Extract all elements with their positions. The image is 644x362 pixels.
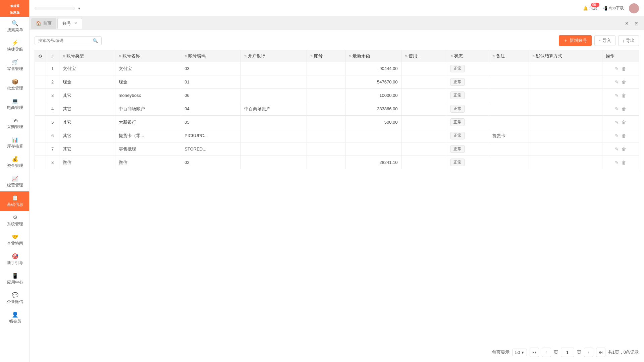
tab-account[interactable]: 账号 ✕	[57, 18, 82, 29]
col-code-label: 账号编码	[188, 53, 206, 58]
row-settings-cell	[35, 116, 46, 129]
sidebar-item-inventory[interactable]: 📊 库存核算	[0, 133, 29, 153]
row-actions-cell: ✎ 🗑	[602, 75, 639, 89]
next-page-button[interactable]: ›	[584, 348, 593, 357]
first-page-button[interactable]: ⏮	[530, 348, 539, 357]
col-default-payment[interactable]: ⇅默认结算方式	[529, 50, 602, 62]
delete-button[interactable]: 🗑	[622, 79, 626, 85]
col-bank-label: 开户银行	[248, 53, 265, 58]
delete-button[interactable]: 🗑	[622, 120, 626, 125]
row-default-payment-cell	[529, 62, 602, 75]
sidebar-item-guide[interactable]: 🎯 新手引导	[0, 250, 29, 269]
col-notes[interactable]: ⇅备注	[489, 50, 529, 62]
tab-maximize-button[interactable]: ⊡	[633, 19, 641, 27]
row-usage-cell	[401, 89, 447, 102]
settings-icon[interactable]: ⚙	[38, 54, 42, 59]
edit-button[interactable]: ✎	[615, 146, 619, 152]
per-page-select[interactable]: 50 ▾	[512, 349, 527, 356]
row-code-cell: 03	[181, 62, 241, 75]
status-badge: 正常	[450, 145, 465, 153]
edit-button[interactable]: ✎	[615, 66, 619, 71]
row-actions-cell: ✎ 🗑	[602, 129, 639, 142]
header-left: ▾	[35, 6, 80, 11]
sidebar-item-wechat[interactable]: 💬 企业微信	[0, 289, 29, 308]
new-account-button[interactable]: ＋ 新增账号	[559, 35, 592, 46]
tab-home[interactable]: 🏠 首页	[31, 18, 56, 29]
sidebar-item-capital[interactable]: 💰 资金管理	[0, 153, 29, 172]
last-page-button[interactable]: ⏭	[596, 348, 605, 357]
row-bank-cell	[241, 116, 307, 129]
row-name-cell: 微信	[115, 156, 181, 169]
per-page-label: 每页显示	[492, 349, 509, 355]
delete-button[interactable]: 🗑	[622, 93, 626, 98]
edit-button[interactable]: ✎	[615, 120, 619, 125]
status-badge: 正常	[450, 132, 465, 139]
sidebar-item-app-center[interactable]: 📱 应用中心	[0, 269, 29, 289]
sidebar-item-member[interactable]: 👤 畅会员	[0, 308, 29, 327]
user-avatar[interactable]	[629, 3, 639, 13]
sidebar-item-basic[interactable]: 📋 基础信息	[0, 191, 29, 211]
search-box[interactable]: 🔍	[35, 36, 102, 45]
row-status-cell: 正常	[447, 116, 489, 129]
sidebar-item-search[interactable]: 🔍 搜索菜单	[0, 17, 29, 36]
delete-button[interactable]: 🗑	[622, 66, 626, 71]
col-usage[interactable]: ⇅使用...	[401, 50, 447, 62]
export-label: 导出	[626, 38, 635, 44]
sidebar-item-wholesale[interactable]: 📦 批发管理	[0, 75, 29, 95]
row-notes-cell	[489, 156, 529, 169]
row-default-payment-cell	[529, 129, 602, 142]
row-usage-cell	[401, 129, 447, 142]
sidebar-item-retail[interactable]: 🛒 零售管理	[0, 56, 29, 75]
row-type-cell: 现金	[59, 75, 115, 89]
sidebar-item-ecommerce[interactable]: 💻 电商管理	[0, 95, 29, 114]
app-download-button[interactable]: 📲 App下载	[602, 5, 624, 11]
sidebar-item-purchase[interactable]: 🛍 采购管理	[0, 114, 29, 133]
col-actions: 操作	[602, 50, 639, 62]
tab-account-close[interactable]: ✕	[74, 21, 77, 25]
sidebar-item-label: 企业协同	[7, 241, 23, 246]
row-num-cell: 2	[46, 75, 59, 89]
delete-button[interactable]: 🗑	[622, 106, 626, 112]
delete-button[interactable]: 🗑	[622, 133, 626, 138]
delete-button[interactable]: 🗑	[622, 146, 626, 152]
notification-button[interactable]: 🔔 消息 99+	[583, 5, 597, 11]
edit-button[interactable]: ✎	[615, 93, 619, 98]
operations-icon: 📈	[12, 175, 18, 182]
row-name-cell: 中百商场账户	[115, 102, 181, 116]
row-settings-cell	[35, 129, 46, 142]
sidebar-item-shortcut[interactable]: ⚡ 快捷导航	[0, 36, 29, 56]
col-status[interactable]: ⇅状态	[447, 50, 489, 62]
import-button[interactable]: ↑ 导入	[594, 35, 615, 46]
edit-button[interactable]: ✎	[615, 133, 619, 138]
inventory-icon: 📊	[12, 136, 18, 143]
col-type[interactable]: ⇅账号类型	[59, 50, 115, 62]
col-balance[interactable]: ⇅最新余额	[345, 50, 401, 62]
edit-button[interactable]: ✎	[615, 160, 619, 165]
prev-page-button[interactable]: ‹	[542, 348, 551, 357]
search-input[interactable]	[38, 38, 91, 43]
header-search-box[interactable]	[35, 7, 75, 10]
tab-close-all-button[interactable]: ✕	[623, 19, 631, 27]
sidebar-item-enterprise[interactable]: 🤝 企业协同	[0, 230, 29, 250]
download-icon: 📲	[602, 6, 607, 11]
sidebar-item-operations[interactable]: 📈 经营管理	[0, 172, 29, 191]
col-account[interactable]: ⇅账号	[307, 50, 345, 62]
col-bank[interactable]: ⇅开户银行	[241, 50, 307, 62]
row-settings-cell	[35, 75, 46, 89]
col-name[interactable]: ⇅账号名称	[115, 50, 181, 62]
export-button[interactable]: ↓ 导出	[618, 35, 639, 46]
sidebar-item-label: 企业微信	[7, 299, 23, 305]
col-code[interactable]: ⇅账号编码	[181, 50, 241, 62]
row-default-payment-cell	[529, 75, 602, 89]
row-num-cell: 3	[46, 89, 59, 102]
wechat-icon: 💬	[12, 292, 18, 298]
delete-button[interactable]: 🗑	[622, 160, 626, 165]
page-input[interactable]	[561, 348, 574, 357]
edit-button[interactable]: ✎	[615, 106, 619, 112]
sidebar-item-system[interactable]: ⚙ 系统管理	[0, 211, 29, 230]
sidebar: 畅捷通 乐惠版 🔍 搜索菜单 ⚡ 快捷导航 🛒 零售管理 📦 批发管理 💻 电商…	[0, 0, 30, 362]
header-dropdown[interactable]: ▾	[78, 6, 80, 11]
sidebar-item-label: 库存核算	[7, 143, 23, 149]
row-default-payment-cell	[529, 142, 602, 156]
edit-button[interactable]: ✎	[615, 79, 619, 85]
